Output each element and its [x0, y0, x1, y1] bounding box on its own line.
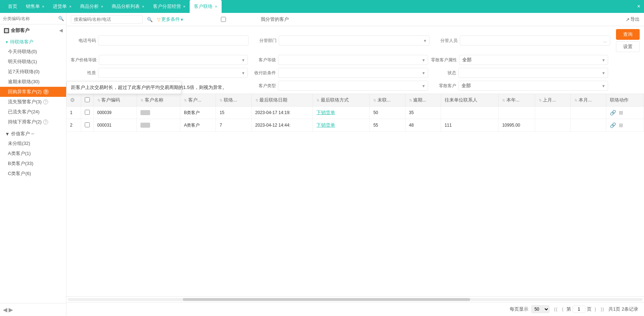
sidebar-search-input[interactable] — [3, 16, 57, 21]
customer-type-label: 客户类型 — [251, 83, 276, 89]
sidebar-overdue[interactable]: 逾期未联络(30) — [0, 77, 66, 87]
table-header-row: ⚙ ⇅ 客户编码 ⇅ 客户名称 — [66, 94, 644, 107]
cell-not-contacted-2: 55 — [370, 119, 405, 132]
person-select[interactable]: ... — [460, 36, 610, 46]
nav-home[interactable]: 首页 — [4, 0, 22, 13]
col-overdue: ⇅ 逾期... — [405, 94, 441, 107]
scatter-customer-select[interactable]: 全部 ▾ — [458, 81, 608, 91]
cell-date-2: 2023-04-12 14:44: — [251, 119, 313, 132]
last-page-btn[interactable]: ⟩⟩ — [599, 306, 606, 313]
row1-checkbox[interactable] — [85, 110, 90, 115]
nav-product-list[interactable]: 商品分析列表 × — [107, 0, 148, 13]
contact-method-link-1[interactable]: 下销货单 — [316, 110, 335, 115]
first-page-btn[interactable]: ⟨⟨ — [552, 306, 559, 313]
view-icon-1[interactable]: 🔗 — [610, 110, 616, 115]
scroll-thumb[interactable] — [183, 298, 470, 301]
search-input[interactable] — [71, 15, 143, 24]
sidebar-class-c[interactable]: C类客户(6) — [0, 169, 66, 179]
contact-method-link-2[interactable]: 下销货单 — [316, 122, 335, 128]
export-button[interactable]: ↗ 导出 — [626, 16, 640, 23]
filter-row-1: 电话号码 分管部门 ▾ 分管人员 ... 查询 设置 — [71, 29, 640, 52]
close-sales-tab[interactable]: × — [42, 0, 44, 13]
sidebar-value-group[interactable]: ▼ 价值客户 ✏ — [0, 128, 66, 138]
prev-page-btn[interactable]: ⟨ — [560, 306, 565, 313]
close-purchase-tab[interactable]: × — [69, 0, 71, 13]
dots-icon: ... — [603, 38, 607, 43]
query-button[interactable]: 查询 — [616, 29, 640, 40]
gear-icon[interactable]: ⚙ — [70, 97, 75, 103]
sidebar-right-btn[interactable]: ▶ — [9, 306, 13, 313]
scatter-attr-select[interactable]: 全部 ▾ — [459, 55, 608, 65]
sidebar-class-b[interactable]: B类客户(33) — [0, 159, 66, 169]
customer-grade-select[interactable]: ▾ — [278, 55, 428, 65]
select-all-checkbox[interactable] — [85, 97, 90, 102]
cell-index-2: 2 — [66, 119, 81, 132]
sidebar-collapse-btn[interactable]: ◀ — [59, 28, 62, 33]
view-icon-2[interactable]: 🔗 — [610, 122, 616, 128]
col-not-contacted: ⇅ 未联... — [370, 94, 405, 107]
sidebar-search-icon[interactable]: 🔍 — [58, 16, 64, 21]
filter-nature: 性质 ▾ — [71, 68, 248, 78]
next-page-btn[interactable]: ⟩ — [593, 306, 598, 313]
close-product-list-tab[interactable]: × — [142, 0, 144, 13]
nature-label: 性质 — [71, 70, 96, 76]
nav-sales[interactable]: 销售单 × — [22, 0, 48, 13]
close-product-analysis-tab[interactable]: × — [101, 0, 103, 13]
close-all-btn[interactable]: × — [637, 3, 640, 10]
col-customer-class: ⇅ 客户... — [180, 94, 216, 107]
sidebar-pending-group[interactable]: ▼ 待联络客户 — [0, 37, 66, 47]
nature-select[interactable]: ▾ — [98, 68, 248, 78]
price-grade-label: 客户价格等级 — [71, 57, 97, 63]
cell-contact-2: 7 — [216, 119, 251, 132]
nav-purchase[interactable]: 进货单 × — [48, 0, 75, 13]
sidebar-lost-customers[interactable]: 已流失客户(24) — [0, 107, 66, 117]
settings-button[interactable]: 设置 — [616, 41, 640, 52]
more-conditions-btn[interactable]: ▽ 更多条件 ▾ — [157, 16, 183, 23]
nav-customer-contact[interactable]: 客户联络 × — [190, 0, 221, 13]
nav-customer-segment[interactable]: 客户分层经营 × — [149, 0, 190, 13]
sidebar-all-customers-header[interactable]: 🔲 全部客户 ◀ — [0, 24, 66, 37]
close-contact-tab[interactable]: × — [215, 0, 217, 13]
filter-row-2: 客户价格等级 ▾ 客户等级 ▾ 零散客户属性 全部 ▾ — [71, 55, 640, 65]
payment-select[interactable]: ▾ — [278, 68, 428, 78]
filter-person: 分管人员 ... — [432, 36, 610, 46]
status-select[interactable]: ▾ — [458, 68, 608, 78]
sidebar-today-pending[interactable]: 今天待联络(0) — [0, 47, 66, 57]
sidebar-ungroup[interactable]: 未分组(32) — [0, 138, 66, 148]
edit-icon[interactable]: ✏ — [31, 132, 34, 136]
my-customers-checkbox[interactable] — [187, 17, 259, 22]
page-input[interactable] — [573, 306, 585, 313]
per-page-select[interactable]: 50 20 100 — [531, 305, 550, 313]
filter-search-icon[interactable]: 🔍 — [147, 17, 153, 22]
close-segment-tab[interactable]: × — [183, 0, 185, 13]
chevron-down-icon: ▾ — [181, 17, 183, 22]
dept-select[interactable]: ▾ — [279, 36, 429, 46]
horizontal-scrollbar[interactable] — [66, 296, 644, 302]
col-this-month: ⇅ 本月... — [571, 94, 606, 107]
cell-checkbox-1 — [81, 107, 93, 119]
sidebar-lost-warning[interactable]: 流失预警客户(3) ? — [0, 97, 66, 107]
sidebar: 🔍 🔲 全部客户 ◀ ▼ 待联络客户 今天待联络(0) 明天待联络(1) 近7天… — [0, 13, 66, 316]
sidebar-continuous-down[interactable]: 持续下滑客户(2) ? — [0, 117, 66, 127]
sidebar-left-btn[interactable]: ◀ — [3, 306, 7, 313]
more-icon-2[interactable]: ⊞ — [619, 122, 623, 128]
customer-type-select[interactable]: ▾ — [278, 81, 428, 91]
phone-input[interactable] — [98, 36, 249, 46]
nav-product-analysis[interactable]: 商品分析 × — [76, 0, 107, 13]
col-contact-count: ⇅ 联络... — [216, 94, 251, 107]
more-icon-1[interactable]: ⊞ — [619, 110, 623, 115]
phone-label: 电话号码 — [71, 38, 96, 44]
sidebar-tomorrow-pending[interactable]: 明天待联络(1) — [0, 57, 66, 67]
sidebar-class-a[interactable]: A类客户(1) — [0, 148, 66, 159]
cell-index-1: 1 — [66, 107, 81, 119]
price-grade-select[interactable]: ▾ — [99, 55, 248, 65]
col-last-contact-date: ⇅ 最后联络日期 — [251, 94, 313, 107]
sidebar-repurchase-abnormal[interactable]: 回购异常客户(2) ? — [0, 87, 66, 97]
status-label: 状态 — [431, 70, 456, 76]
col-last-month: ⇅ 上月... — [535, 94, 571, 107]
row2-checkbox[interactable] — [85, 122, 90, 127]
sort-icon8: ⇅ — [409, 98, 412, 102]
filter-price-grade: 客户价格等级 ▾ — [71, 55, 248, 65]
sidebar-week-pending[interactable]: 近7天待联络(0) — [0, 67, 66, 77]
cell-overdue-1: 35 — [405, 107, 441, 119]
